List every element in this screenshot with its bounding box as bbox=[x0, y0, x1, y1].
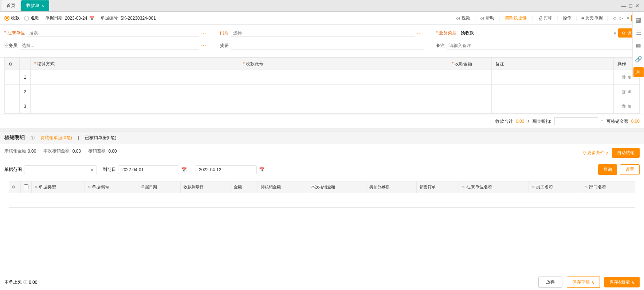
date-to-input[interactable] bbox=[196, 165, 257, 174]
copy-icon-1[interactable]: ⊕ bbox=[628, 74, 632, 80]
th-settings[interactable]: ⚙ bbox=[5, 58, 20, 70]
main-content: 收款 退款 单据日期 2023-03-24 📅 单据编号 SK-20230324… bbox=[0, 12, 644, 290]
date-from-input[interactable] bbox=[118, 165, 179, 174]
bth-checkbox[interactable] bbox=[21, 181, 32, 193]
print-button[interactable]: 🖨 打印 bbox=[536, 14, 554, 22]
staff-input[interactable] bbox=[20, 42, 199, 50]
td-settlement-3[interactable] bbox=[31, 99, 239, 114]
counterpart-more-button[interactable]: ··· bbox=[199, 30, 208, 36]
calendar-icon[interactable]: 📅 bbox=[89, 16, 95, 21]
maximize-button[interactable]: □ bbox=[629, 3, 632, 9]
td-settlement-1[interactable] bbox=[31, 70, 239, 85]
td-settlement-2[interactable] bbox=[31, 85, 239, 99]
radio-receipt[interactable]: 收款 bbox=[4, 15, 20, 21]
bth-staff: ⇅ 员工名称 bbox=[529, 181, 582, 193]
date-label: 单据日期 bbox=[45, 15, 63, 21]
more-conditions-button[interactable]: ▽ 更多条件 ∧ bbox=[583, 150, 609, 156]
td-account-3[interactable] bbox=[239, 99, 448, 114]
tab-home[interactable]: 首页 bbox=[1, 0, 20, 11]
table-row: 2 🗑 ⊕ bbox=[5, 85, 639, 99]
radio-return[interactable]: 退款 bbox=[24, 15, 39, 21]
history-button[interactable]: ≡ 历史单据 bbox=[580, 14, 604, 22]
discount-input[interactable] bbox=[554, 117, 598, 125]
minimize-button[interactable]: — bbox=[621, 3, 627, 9]
help-button[interactable]: ⊙ 帮助 bbox=[479, 14, 496, 22]
td-amount-3[interactable] bbox=[448, 99, 492, 114]
date-to-calendar-icon[interactable]: 📅 bbox=[259, 167, 264, 172]
bth-due: 收款到期日 bbox=[180, 181, 231, 193]
filter-buttons: 查询 设置 bbox=[598, 164, 640, 175]
bth-settings[interactable]: ⚙ bbox=[9, 181, 21, 193]
auto-reconcile-button[interactable]: 自动核销 bbox=[612, 148, 640, 158]
sidebar-table-icon[interactable]: ▦ bbox=[633, 15, 644, 25]
print-icon: 🖨 bbox=[538, 15, 543, 21]
divider4 bbox=[430, 41, 430, 50]
filter-icon: ▽ bbox=[583, 150, 586, 156]
unchecked-value: 0.00 bbox=[28, 149, 36, 154]
sort-icon4: ⇅ bbox=[532, 185, 535, 189]
chevron-draft-icon: ∧ bbox=[591, 280, 594, 285]
delete-icon-1[interactable]: 🗑 bbox=[621, 74, 626, 80]
tab-close-icon[interactable]: × bbox=[42, 3, 44, 8]
td-remarks-1[interactable] bbox=[492, 70, 614, 85]
store-label: 门店 bbox=[220, 30, 229, 36]
tab-divider: | bbox=[78, 135, 79, 140]
shortcut-button[interactable]: ⌨ 快捷键 bbox=[503, 14, 529, 22]
query-button[interactable]: 查询 bbox=[598, 164, 617, 175]
staff-more-button[interactable]: ··· bbox=[199, 43, 208, 48]
biz-type-dropdown-icon[interactable]: ∨ bbox=[612, 31, 618, 36]
summary-row: 收款合计 0.00 + 现金折扣: = 可核销金额 0.00 bbox=[0, 114, 644, 128]
store-input[interactable] bbox=[231, 29, 415, 37]
save-new-button[interactable]: 保存&新增 ∧ bbox=[604, 277, 640, 287]
video-button[interactable]: ⊙ 视频 bbox=[455, 14, 472, 22]
tab-pending[interactable]: 待核销单据(0笔) bbox=[40, 135, 72, 141]
available-value: 0.00 bbox=[631, 119, 640, 124]
operation-button[interactable]: 操作 bbox=[561, 14, 573, 22]
range-field: 单据范围 ∨ bbox=[4, 165, 97, 174]
list-view-button[interactable]: ≡ bbox=[625, 15, 631, 21]
abandon-button[interactable]: 放弃 bbox=[538, 277, 562, 288]
delete-icon-2[interactable]: 🗑 bbox=[621, 89, 626, 94]
td-amount-2[interactable] bbox=[448, 85, 492, 99]
staff-field: 业务员 ··· bbox=[4, 42, 208, 50]
td-account-2[interactable] bbox=[239, 85, 448, 99]
store-more-button[interactable]: ··· bbox=[415, 30, 424, 36]
td-remarks-3[interactable] bbox=[492, 99, 614, 114]
data-table-area: ⚙ 结算方式 收款账号 收款金额 备注 操作 1 bbox=[4, 58, 640, 114]
summary-input[interactable] bbox=[231, 42, 424, 50]
close-button[interactable]: ✕ bbox=[635, 3, 640, 9]
sort-icon5: ⇅ bbox=[585, 185, 588, 189]
sidebar-list-icon[interactable]: ☰ bbox=[633, 28, 644, 38]
select-all-checkbox[interactable] bbox=[24, 184, 28, 189]
info-icon[interactable]: ⓘ bbox=[31, 135, 35, 141]
bth-discount: 折扣分摊额 bbox=[366, 181, 416, 193]
td-settings-1 bbox=[5, 70, 20, 85]
sidebar-ai-icon[interactable]: Ai bbox=[633, 67, 644, 77]
date-field: 单据日期 2023-03-24 📅 bbox=[45, 15, 95, 21]
range-select[interactable]: ∨ bbox=[24, 165, 97, 174]
save-draft-button[interactable]: 保存草稿 ∧ bbox=[567, 277, 600, 288]
date-value[interactable]: 2023-03-24 bbox=[65, 16, 87, 21]
td-account-1[interactable] bbox=[239, 70, 448, 85]
copy-icon-3[interactable]: ⊕ bbox=[628, 103, 632, 109]
recon-settings-button[interactable]: 设置 bbox=[620, 164, 640, 175]
prev-arrow[interactable]: ◁ bbox=[611, 15, 617, 21]
td-amount-1[interactable] bbox=[448, 70, 492, 85]
copy-icon-2[interactable]: ⊕ bbox=[628, 89, 632, 94]
prev-info-icon[interactable]: ⓘ bbox=[23, 279, 27, 285]
biz-type-label: 业务类型 bbox=[436, 30, 456, 36]
counterpart-input[interactable] bbox=[27, 29, 199, 37]
remarks-input[interactable] bbox=[447, 42, 640, 50]
next-arrow[interactable]: ▷ bbox=[618, 15, 624, 21]
td-remarks-2[interactable] bbox=[492, 85, 614, 99]
sep4: | bbox=[557, 16, 558, 21]
sidebar-mail-icon[interactable]: ✉ bbox=[633, 41, 644, 51]
biz-type-field: 业务类型 预收款 ∨ ⚙ 设置 bbox=[436, 28, 640, 38]
sidebar-link-icon[interactable]: 🔗 bbox=[633, 54, 644, 64]
prev-value: 0.00 bbox=[29, 280, 37, 285]
tab-receipt[interactable]: 收款单 × bbox=[21, 0, 49, 11]
tab-done[interactable]: 已核销单据(0笔) bbox=[85, 135, 117, 141]
date-from-calendar-icon[interactable]: 📅 bbox=[181, 167, 187, 172]
delete-icon-3[interactable]: 🗑 bbox=[621, 103, 626, 109]
save-new-split: 保存&新增 ∧ bbox=[604, 277, 640, 287]
